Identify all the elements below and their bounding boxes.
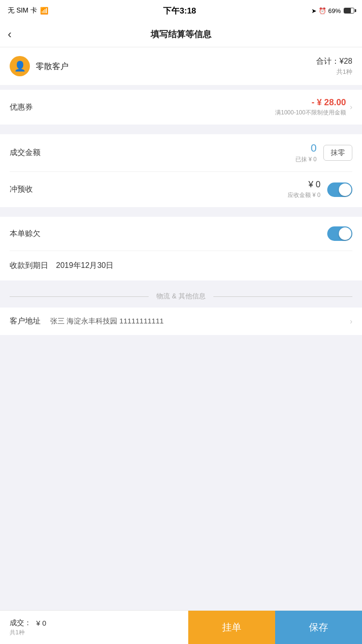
coupon-desc: 满1000-100不限制使用金额 xyxy=(275,109,346,117)
prepay-amount-col: ¥ 0 应收金额 ¥ 0 xyxy=(288,180,320,199)
customer-row: 👤 零散客户 合计：¥28 共1种 xyxy=(0,47,362,85)
bottom-info: 成交： ¥ 0 共1种 xyxy=(0,618,188,637)
separator-2 xyxy=(0,212,362,217)
page-padding xyxy=(0,340,362,378)
bottom-deal-amount: ¥ 0 xyxy=(36,619,46,627)
prepay-amount: ¥ 0 xyxy=(288,180,320,190)
address-section: 客户地址 张三 海淀永丰科技园 11111111111 › xyxy=(0,308,362,335)
toggle-knob xyxy=(339,183,351,196)
customer-avatar: 👤 xyxy=(10,56,30,76)
customer-left: 👤 零散客户 xyxy=(10,56,69,76)
battery-icon xyxy=(344,8,354,14)
logistics-line-left xyxy=(10,296,149,297)
prepay-row: 冲预收 ¥ 0 应收金额 ¥ 0 xyxy=(0,172,362,207)
address-row[interactable]: 客户地址 张三 海淀永丰科技园 11111111111 › xyxy=(0,308,362,335)
customer-section: 👤 零散客户 合计：¥28 共1种 xyxy=(0,47,362,85)
customer-count: 共1种 xyxy=(316,68,352,76)
location-icon: ➤ xyxy=(311,7,317,14)
save-button[interactable]: 保存 xyxy=(275,611,362,644)
coupon-row[interactable]: 优惠券 - ¥ 28.00 满1000-100不限制使用金额 › xyxy=(0,90,362,125)
coupon-chevron-icon: › xyxy=(350,103,352,112)
battery-percent: 69% xyxy=(328,7,341,14)
carrier-text: 无 SIM 卡 xyxy=(8,6,37,15)
nav-bar: ‹ 填写结算等信息 xyxy=(0,21,362,47)
debit-label: 本单赊欠 xyxy=(10,229,41,239)
deal-amount-value[interactable]: 0 xyxy=(295,142,317,154)
status-right: ➤ ⏰ 69% xyxy=(311,7,354,14)
debit-toggle-knob xyxy=(339,227,351,240)
coupon-right-text: - ¥ 28.00 满1000-100不限制使用金额 xyxy=(275,98,346,117)
deal-amount-section: 成交金额 0 已抹 ¥ 0 抹零 冲预收 ¥ 0 应收金额 ¥ 0 xyxy=(0,134,362,207)
status-time: 下午3:18 xyxy=(163,5,196,16)
due-date-row[interactable]: 收款到期日 2019年12月30日 xyxy=(0,251,362,280)
address-label: 客户地址 xyxy=(10,316,41,326)
debit-section: 本单赊欠 收款到期日 2019年12月30日 xyxy=(0,217,362,280)
logistics-label: 物流 & 其他信息 xyxy=(156,292,205,301)
customer-total: 合计：¥28 xyxy=(316,56,352,67)
back-button[interactable]: ‹ xyxy=(8,28,12,41)
address-chevron-icon: › xyxy=(350,317,352,326)
deal-amount-label: 成交金额 xyxy=(10,148,41,158)
deal-amount-row: 成交金额 0 已抹 ¥ 0 抹零 xyxy=(0,134,362,171)
logistics-line-right xyxy=(213,296,352,297)
debit-toggle[interactable] xyxy=(327,226,352,241)
address-value: 张三 海淀永丰科技园 11111111111 xyxy=(50,317,350,326)
bottom-bar: 成交： ¥ 0 共1种 挂单 保存 xyxy=(0,610,362,644)
deal-amount-col: 0 已抹 ¥ 0 xyxy=(295,142,317,164)
customer-right: 合计：¥28 共1种 xyxy=(316,56,352,76)
coupon-right: - ¥ 28.00 满1000-100不限制使用金额 › xyxy=(275,98,352,117)
avatar-icon: 👤 xyxy=(14,60,26,72)
separator-1 xyxy=(0,129,362,134)
deal-amount-right: 0 已抹 ¥ 0 抹零 xyxy=(295,142,352,164)
status-left: 无 SIM 卡 📶 xyxy=(8,6,48,15)
status-bar: 无 SIM 卡 📶 下午3:18 ➤ ⏰ 69% xyxy=(0,0,362,21)
coupon-label: 优惠券 xyxy=(10,102,33,112)
due-date-value: 2019年12月30日 xyxy=(56,261,113,271)
coupon-amount: - ¥ 28.00 xyxy=(275,98,346,108)
due-date-label: 收款到期日 xyxy=(10,261,48,271)
bottom-count: 共1种 xyxy=(10,629,179,637)
debit-row: 本单赊欠 xyxy=(0,217,362,251)
hold-button[interactable]: 挂单 xyxy=(188,611,275,644)
coupon-section: 优惠券 - ¥ 28.00 满1000-100不限制使用金额 › xyxy=(0,90,362,125)
logistics-header: 物流 & 其他信息 xyxy=(0,285,362,308)
receivable-text: 应收金额 ¥ 0 xyxy=(288,191,320,199)
wifi-icon: 📶 xyxy=(40,7,48,14)
prepay-label: 冲预收 xyxy=(10,184,33,195)
round-zero-button[interactable]: 抹零 xyxy=(323,145,352,161)
already-rounded-text: 已抹 ¥ 0 xyxy=(295,155,317,164)
alarm-icon: ⏰ xyxy=(319,7,326,14)
nav-title: 填写结算等信息 xyxy=(151,28,211,40)
customer-name: 零散客户 xyxy=(36,61,69,72)
prepay-toggle[interactable] xyxy=(327,182,352,197)
prepay-right: ¥ 0 应收金额 ¥ 0 xyxy=(288,180,352,199)
bottom-deal-label: 成交： xyxy=(10,618,31,628)
bottom-deal-row: 成交： ¥ 0 xyxy=(10,618,179,628)
